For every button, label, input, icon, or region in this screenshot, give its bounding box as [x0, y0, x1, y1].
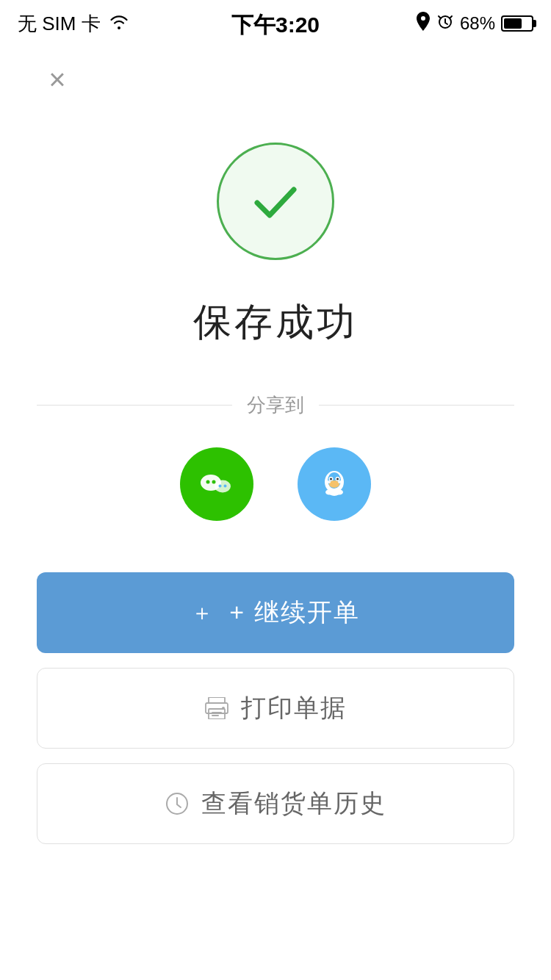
- print-button[interactable]: 打印单据: [37, 668, 514, 749]
- svg-point-15: [338, 480, 342, 483]
- wifi-icon: [108, 12, 130, 35]
- status-bar: 无 SIM 卡 下午3:20 68%: [0, 0, 551, 47]
- success-title: 保存成功: [193, 297, 358, 348]
- location-icon: [416, 12, 431, 35]
- print-label: 打印单据: [241, 691, 347, 725]
- battery-percentage: 68%: [460, 13, 495, 34]
- svg-point-2: [215, 480, 231, 493]
- svg-rect-21: [209, 709, 225, 719]
- battery-icon: [501, 15, 533, 32]
- wechat-icon: [195, 462, 239, 506]
- alarm-icon: [436, 12, 454, 35]
- svg-point-3: [206, 480, 210, 484]
- status-time: 下午3:20: [231, 10, 320, 40]
- carrier-text: 无 SIM 卡: [18, 11, 101, 37]
- svg-rect-23: [212, 715, 219, 716]
- svg-point-24: [222, 707, 225, 710]
- share-section: 分享到: [37, 392, 514, 521]
- share-icons: [37, 447, 514, 521]
- svg-point-5: [219, 485, 222, 488]
- history-label: 查看销货单历史: [201, 787, 386, 821]
- svg-point-13: [329, 480, 339, 488]
- qq-icon: [313, 463, 356, 505]
- svg-point-17: [325, 490, 333, 495]
- action-buttons: ＋ + 继续开单 打印单据: [37, 572, 514, 844]
- share-label: 分享到: [247, 392, 304, 418]
- svg-point-6: [224, 485, 227, 488]
- svg-point-4: [212, 480, 216, 484]
- share-divider: 分享到: [37, 392, 514, 418]
- status-left: 无 SIM 卡: [18, 11, 130, 37]
- history-button[interactable]: 查看销货单历史: [37, 763, 514, 844]
- svg-point-11: [330, 478, 332, 480]
- checkmark-icon: [246, 172, 305, 231]
- continue-label: + 继续开单: [229, 596, 359, 630]
- main-content: 保存成功 分享到: [0, 47, 551, 844]
- svg-rect-19: [209, 697, 225, 703]
- svg-point-12: [336, 478, 339, 480]
- qq-share-button[interactable]: [298, 447, 371, 521]
- wechat-share-button[interactable]: [180, 447, 253, 521]
- plus-icon: ＋: [191, 598, 215, 628]
- status-right: 68%: [416, 12, 533, 35]
- clock-icon: [165, 791, 190, 816]
- svg-rect-22: [212, 712, 222, 713]
- close-button[interactable]: ×: [37, 59, 78, 100]
- close-icon: ×: [48, 65, 65, 94]
- continue-button[interactable]: ＋ + 继续开单: [37, 572, 514, 653]
- printer-icon: [204, 697, 229, 719]
- svg-point-18: [336, 490, 343, 495]
- success-circle: [217, 143, 334, 260]
- svg-point-14: [326, 480, 331, 483]
